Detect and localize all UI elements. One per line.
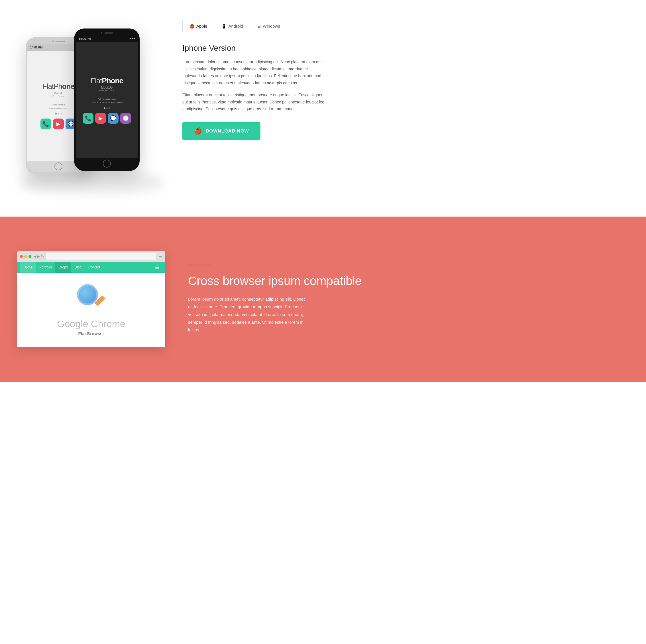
section-title: Iphone Version	[182, 43, 623, 53]
time-white: 14:06 PM	[30, 46, 42, 49]
tab-android-label: Android	[228, 24, 243, 28]
browser-menu-icon[interactable]: ☰	[158, 254, 163, 259]
forward-arrow-icon[interactable]: ▶	[37, 254, 40, 258]
android-tab-icon: 📱	[221, 24, 226, 28]
browser-app-subtitle: Flat Browser	[78, 331, 104, 336]
refresh-icon[interactable]: ↻	[41, 254, 44, 258]
bdot3	[109, 107, 110, 109]
home-button-white	[55, 163, 63, 171]
signal-dot-b1	[130, 38, 131, 39]
app-icon-play-white: ▶	[53, 119, 64, 129]
phone-desc-line1-black: Fully-scalable and	[98, 98, 116, 100]
tab-windows[interactable]: ⊞ Windows	[250, 20, 287, 32]
nav-item-drops[interactable]: Drops	[55, 262, 71, 273]
phone-title-black: FlatPhone	[91, 76, 123, 85]
phone-text-bold-black: Phone	[102, 76, 123, 85]
bottom-right-content: Cross browser ipsum compatible Lorem ips…	[188, 265, 623, 333]
tab-windows-label: Windows	[263, 24, 280, 28]
top-section: 14:06 PM FlatPhone MockU Free Resou Full…	[0, 0, 646, 217]
download-apple-icon: 🍎	[194, 127, 202, 135]
phone-subtitle2-black: Free Resource	[99, 89, 115, 92]
tab-apple[interactable]: 🍎 Apple	[182, 20, 214, 32]
nav-item-blog[interactable]: Blog	[71, 262, 85, 273]
right-side: 🍎 Apple 📱 Android ⊞ Windows Iphone Versi…	[165, 17, 623, 140]
speaker-white	[56, 41, 65, 42]
tab-android[interactable]: 📱 Android	[214, 20, 250, 32]
download-button[interactable]: 🍎 DOWNLOAD NOW	[182, 122, 260, 140]
bottom-title: Cross browser ipsum compatible	[188, 274, 623, 288]
battery-indicator-b	[134, 38, 135, 39]
status-icons-black	[130, 38, 135, 39]
bdot2	[106, 107, 108, 109]
app-icon-chat-black: 💬	[108, 113, 119, 124]
nav-item-portfolio[interactable]: Portfolio	[36, 262, 55, 273]
close-dot[interactable]	[20, 255, 23, 258]
bottom-divider	[188, 265, 211, 265]
phone-top-bar-black	[76, 30, 138, 35]
content-paragraph-2: Etiam placerat nunc ut tellus tristique,…	[182, 92, 325, 113]
app-icon-phone-white: 📞	[40, 119, 51, 129]
dot1	[55, 113, 57, 115]
time-black: 14:06 PM	[79, 37, 91, 40]
speaker-black	[105, 32, 113, 34]
apple-tab-icon: 🍎	[190, 24, 194, 28]
phone-screen-black: FlatPhone MockUp Free Resource Fully-sca…	[76, 42, 138, 158]
phones-shadow	[20, 171, 163, 194]
platform-tabs: 🍎 Apple 📱 Android ⊞ Windows	[182, 20, 623, 32]
phone-desc-black: Fully-scalable and customizable vector P…	[91, 97, 123, 104]
phone-desc-line1-white: Fully-scala b	[52, 103, 65, 106]
browser-chrome-bar: ◀ ▶ ↻ ☰	[17, 251, 165, 262]
phones-container: 14:06 PM FlatPhone MockU Free Resou Full…	[17, 17, 165, 194]
flat-text-white: FlatPh	[42, 82, 62, 91]
browser-nav-arrows: ◀ ▶ ↻	[34, 254, 44, 258]
bdot1	[104, 107, 105, 109]
maximize-dot[interactable]	[28, 255, 31, 258]
address-bar[interactable]	[46, 253, 156, 259]
phone-dots-black	[104, 107, 110, 109]
phone-text-bold-white: one	[62, 82, 74, 91]
download-label: DOWNLOAD NOW	[206, 128, 249, 134]
home-button-black	[103, 159, 111, 168]
windows-tab-icon: ⊞	[257, 24, 261, 28]
camera-white	[52, 40, 54, 42]
phone-desc-white: Fully-scala b customizable vect	[49, 103, 68, 109]
dot3	[61, 113, 62, 115]
bottom-text: Lorem ipsum dolor sit amet, consectetur …	[188, 295, 308, 334]
bottom-section: ◀ ▶ ↻ ☰ Home Portfolio Drops Blog Contac…	[0, 217, 646, 382]
app-icons-black: 📞 ▶ 💬 🕐	[81, 113, 133, 124]
browser-navbar: Home Portfolio Drops Blog Contact ☰	[17, 262, 165, 273]
nav-item-home[interactable]: Home	[20, 262, 36, 273]
app-icons-white: 📞 ▶ 💬	[39, 119, 78, 129]
browser-content: Google Chrome Flat Browser	[17, 273, 165, 347]
browser-traffic-lights	[20, 255, 31, 258]
phone-subtitle-white: MockU	[53, 92, 63, 95]
flat-text-black: Flat	[91, 76, 102, 85]
tab-apple-label: Apple	[196, 24, 207, 28]
phone-home-black	[76, 158, 138, 169]
search-illustration	[77, 284, 105, 313]
content-paragraph-1: Lorem ipsum dolor sit amet, consectetur …	[182, 59, 325, 86]
dot2	[58, 113, 59, 115]
phone-dots-white	[55, 113, 62, 115]
signal-dot-b2	[132, 38, 133, 39]
phone-desc-line2-white: customizable vect	[49, 107, 68, 109]
app-icon-phone-black: 📞	[83, 113, 94, 124]
camera-black	[101, 32, 102, 34]
phone-title-white: FlatPhone	[42, 82, 74, 91]
app-icon-play-black: ▶	[95, 113, 106, 124]
phone-subtitle-black: MockUp	[101, 86, 113, 89]
status-bar-black: 14:06 PM	[76, 35, 138, 42]
hamburger-icon[interactable]: ☰	[151, 262, 163, 273]
nav-item-contact[interactable]: Contact	[85, 262, 103, 273]
back-arrow-icon[interactable]: ◀	[34, 254, 36, 258]
phone-subtitle2-white: Free Resou	[52, 95, 65, 97]
minimize-dot[interactable]	[24, 255, 27, 258]
search-lens-circle	[77, 284, 98, 305]
browser-app-title: Google Chrome	[57, 318, 125, 329]
browser-mockup: ◀ ▶ ↻ ☰ Home Portfolio Drops Blog Contac…	[17, 251, 165, 347]
app-icon-clock-black: 🕐	[120, 113, 131, 124]
phone-desc-line2-black: customizable vector PSD Phone	[91, 101, 123, 104]
phone-black: 14:06 PM FlatPhone MockUp Free Resource …	[74, 28, 140, 171]
